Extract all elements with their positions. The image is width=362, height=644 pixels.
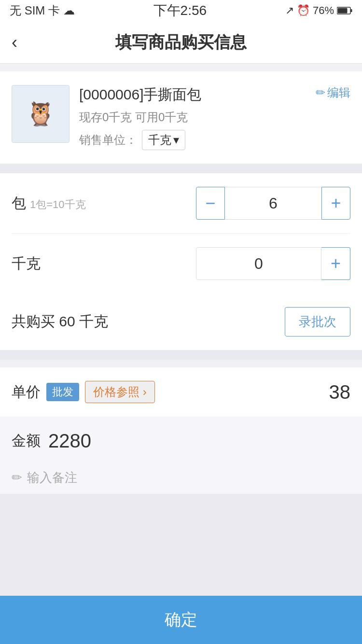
svg-rect-1 (351, 9, 352, 12)
status-right: ↗ ⏰ 76% (285, 4, 352, 17)
record-batch-button[interactable]: 录批次 (285, 307, 350, 336)
battery-text: 76% (313, 4, 334, 17)
note-row[interactable]: ✏ 输入备注 (12, 462, 350, 494)
bao-label: 包 (12, 194, 26, 213)
edit-icon: ✏ (316, 86, 325, 99)
amount-value: 2280 (48, 430, 91, 452)
status-time: 下午2:56 (153, 1, 207, 20)
input-section: 包 1包=10千克 − + 千克 + (0, 173, 362, 294)
bao-input[interactable] (225, 187, 321, 220)
amount-row: 金额 2280 (12, 430, 350, 452)
price-value: 38 (329, 381, 351, 403)
price-section: 单价 批发 价格参照 › 38 (0, 367, 362, 417)
price-left: 单价 批发 价格参照 › (12, 381, 155, 403)
unit-value: 千克 (148, 132, 171, 148)
location-icon: ↗ (285, 4, 294, 17)
qianke-input[interactable] (196, 247, 321, 280)
price-label: 单价 (12, 382, 41, 402)
qianke-controls: + (196, 247, 350, 280)
status-bar: 无 SIM 卡 ☁ 下午2:56 ↗ ⏰ 76% (0, 0, 362, 21)
amount-label: 金额 (12, 431, 41, 451)
bao-sub-label: 1包=10千克 (30, 197, 86, 212)
page-title: 填写商品购买信息 (115, 31, 247, 54)
nav-bar: ‹ 填写商品购买信息 (0, 21, 362, 64)
qianke-plus-button[interactable]: + (321, 247, 350, 280)
dropdown-icon: ▾ (173, 133, 179, 147)
product-stock: 现存0千克 可用0千克 (79, 110, 350, 125)
bao-controls: − + (196, 187, 350, 220)
edit-label: 编辑 (327, 85, 350, 100)
product-unit-row: 销售单位： 千克 ▾ (79, 130, 350, 150)
unit-selector[interactable]: 千克 ▾ (142, 130, 185, 150)
product-card: 🦉 [0000006]手撕面包 ✏ 编辑 现存0千克 可用0千克 销售单位： 千… (0, 71, 362, 164)
total-row: 共购买 60 千克 录批次 (0, 294, 362, 350)
unit-label: 销售单位： (79, 132, 137, 148)
total-label: 共购买 60 千克 (12, 312, 108, 332)
confirm-button[interactable]: 确定 (0, 596, 362, 644)
product-logo: 🦉 (26, 100, 55, 127)
price-reference-button[interactable]: 价格参照 › (85, 381, 155, 403)
section-divider-2 (0, 350, 362, 360)
bao-row: 包 1包=10千克 − + (12, 173, 350, 234)
back-button[interactable]: ‹ (12, 32, 17, 53)
battery-icon (337, 7, 352, 14)
sim-text: 无 SIM 卡 ☁ (10, 3, 75, 18)
product-info: [0000006]手撕面包 ✏ 编辑 现存0千克 可用0千克 销售单位： 千克 … (79, 85, 350, 150)
svg-rect-2 (338, 8, 348, 14)
alarm-icon: ⏰ (297, 4, 310, 17)
amount-section: 金额 2280 ✏ 输入备注 (0, 417, 362, 494)
note-icon: ✏ (12, 470, 22, 485)
qianke-row: 千克 + (12, 234, 350, 294)
section-divider-1 (0, 164, 362, 173)
bao-plus-button[interactable]: + (321, 187, 350, 220)
edit-button[interactable]: ✏ 编辑 (316, 85, 350, 100)
price-tag: 批发 (46, 383, 79, 401)
note-placeholder: 输入备注 (27, 469, 77, 486)
status-left: 无 SIM 卡 ☁ (10, 3, 75, 18)
product-name: [0000006]手撕面包 (79, 85, 201, 105)
qianke-label: 千克 (12, 254, 41, 274)
product-image: 🦉 (12, 85, 70, 143)
bao-minus-button[interactable]: − (196, 187, 225, 220)
